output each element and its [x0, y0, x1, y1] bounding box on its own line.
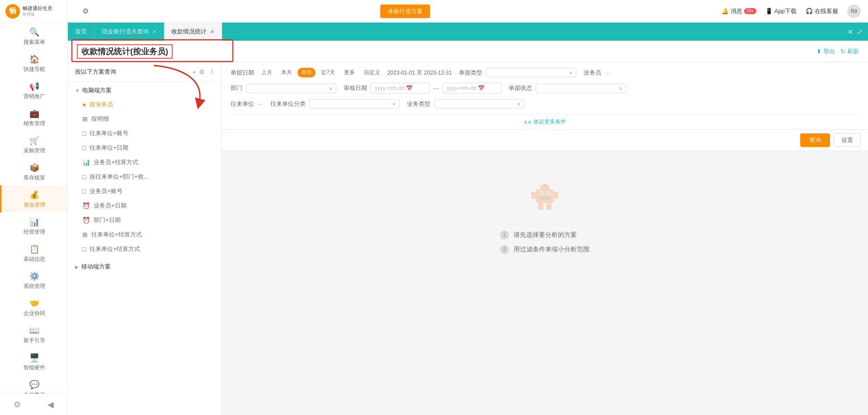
app-download-item[interactable]: 📱 App下载 [765, 7, 797, 15]
scheme-item-dept-date[interactable]: ⏰ 部门+日期 [68, 213, 221, 227]
topbar: ⚙ 体验行业方案 🔔 消息 99+ 📱 App下载 🎧 在线客服 Rit [68, 0, 868, 23]
scheme-item-by-detail[interactable]: ⊞ 按明细 [68, 112, 221, 126]
biz-type-select[interactable]: ∨ [434, 99, 524, 108]
sidebar-item-purchase[interactable]: 🛒 采购管理 [0, 131, 67, 158]
doc-status-select[interactable]: ∨ [536, 84, 626, 93]
panel-title: 按以下方案查询 [75, 68, 116, 76]
shortcut-last-month[interactable]: 上月 [258, 68, 276, 77]
tab-bank-flow[interactable]: 现金银行流水查询 ✕ [94, 23, 164, 41]
sidebar-item-basic[interactable]: 📋 基础信息 [0, 240, 67, 267]
svg-rect-10 [538, 203, 543, 210]
scheme-group-desktop: ▼ 电脑端方案 ● 按业务员 ⊞ 按明细 □ 往来单位+账号 □ 往来单位+ [68, 82, 221, 258]
trial-btn[interactable]: 体验行业方案 [380, 5, 430, 18]
partner-category-select[interactable]: ∨ [309, 99, 400, 108]
chevron-right-icon: ▶ [75, 264, 79, 269]
scheme-item-partner-settlement2[interactable]: □ 往来单位+结算方式 [68, 242, 221, 256]
doc-status-label: 单据状态 [509, 84, 532, 92]
tab-close-collection[interactable]: ✕ [210, 29, 214, 35]
sidebar-item-search[interactable]: 🔍 搜索菜单 [0, 23, 67, 50]
shortcut-custom[interactable]: 自定义 [360, 68, 384, 77]
scheme-group-mobile-header[interactable]: ▶ 移动端方案 [68, 260, 221, 274]
sidebar-item-guide[interactable]: 📖 新手引导 [0, 321, 67, 348]
staff-more-btn[interactable]: ··· [605, 69, 610, 76]
shortcut-this-month[interactable]: 本月 [278, 68, 296, 77]
scheme-item-partner-settlement1[interactable]: ⊞ 往来单位+结算方式 [68, 227, 221, 242]
date-from: 2023-01-01 [387, 70, 415, 76]
scheme-item-staff-account[interactable]: □ 业务员+账号 [68, 184, 221, 198]
filter-item-date: 单据日期 上月 本月 本年 近7天 更多 自定义 2023-01-01 至 [231, 68, 452, 77]
active-scheme-icon: ● [82, 101, 86, 108]
empty-state-item-1: 1 请先选择要分析的方案 [500, 231, 577, 240]
shortcut-7days[interactable]: 近7天 [317, 68, 339, 77]
collapse-filter-bar[interactable]: ∧∧ 收起更多条件 [231, 114, 859, 129]
clock-icon: ⏰ [82, 202, 90, 209]
sidebar-item-operations[interactable]: 📊 经营管理 [0, 212, 67, 240]
partner-more-btn[interactable]: ··· [258, 100, 263, 108]
sidebar-item-sales[interactable]: 💼 销售管理 [0, 104, 67, 131]
tab-home[interactable]: 首页 [68, 23, 94, 41]
purchase-icon: 🛒 [29, 136, 39, 146]
panel-collapse-btn[interactable]: 《 [208, 68, 214, 76]
sidebar-settings-btn[interactable]: ⚙ [14, 400, 21, 410]
scheme-item-staff-settlement[interactable]: 📊 业务员+结算方式 [68, 155, 221, 170]
notifications-item[interactable]: 🔔 消息 99+ [722, 7, 756, 15]
review-date-to[interactable]: yyyy-mm-dd 📅 [443, 83, 501, 94]
dept-select[interactable]: ∨ [246, 84, 336, 93]
maximize-window-btn[interactable]: ⤢ [857, 28, 863, 36]
system-icon: ⚙️ [29, 271, 39, 281]
sidebar-collapse-btn[interactable]: ◀ [47, 400, 54, 410]
sidebar-item-hardware[interactable]: 🖥️ 智能硬件 [0, 348, 67, 375]
sidebar-item-finance[interactable]: 💰 资金管理 [0, 185, 67, 212]
marketing-icon: 📢 [29, 81, 39, 91]
scheme-item-partner-date[interactable]: □ 往来单位+日期 [68, 141, 221, 155]
right-panel: 单据日期 上月 本月 本年 近7天 更多 自定义 2023-01-01 至 [222, 62, 868, 415]
sidebar-item-enterprise[interactable]: 🤝 企业协同 [0, 294, 67, 321]
filter-item-staff: 业务员 ··· [584, 69, 610, 77]
scheme-group-mobile: ▶ 移动端方案 [68, 258, 221, 275]
scheme-item-staff-date[interactable]: ⏰ 业务员+日期 [68, 198, 221, 213]
sidebar-item-system[interactable]: ⚙️ 系统管理 [0, 267, 67, 294]
filter-item-dept: 部门 ∨ [231, 84, 336, 93]
add-scheme-btn[interactable]: + [193, 68, 196, 75]
date-label: 单据日期 [231, 69, 254, 77]
topbar-actions: 体验行业方案 [380, 5, 430, 18]
review-date-from[interactable]: yyyy-mm-dd 📅 [371, 83, 429, 94]
sales-icon: 💼 [29, 108, 39, 118]
tab-close-bank-flow[interactable]: ✕ [152, 29, 156, 35]
chevron-down-icon: ▼ [75, 88, 80, 93]
table4-icon: □ [82, 188, 86, 195]
sidebar-item-marketing[interactable]: 📢 营销推广 [0, 77, 67, 104]
shortcut-more[interactable]: 更多 [340, 68, 359, 77]
window-controls: ✕ ⤢ [847, 28, 868, 36]
scheme-item-by-staff[interactable]: ● 按业务员 [68, 97, 221, 112]
shortcut-this-year[interactable]: 本年 [297, 68, 316, 77]
sidebar-item-inventory[interactable]: 📦 库存核算 [0, 158, 67, 185]
empty-state: 1 请先选择要分析的方案 2 用过滤条件来缩小分析范围 [500, 231, 590, 254]
filter-item-partner-category: 往来单位分类 ∨ [270, 99, 400, 108]
topbar-settings-icon[interactable]: ⚙ [82, 7, 89, 15]
table3-icon: □ [82, 173, 86, 180]
scheme-group-desktop-header[interactable]: ▼ 电脑端方案 [68, 84, 221, 97]
refresh-btn[interactable]: ↻ 刷新 [840, 47, 859, 56]
scheme-settings-btn[interactable]: ⚙ [199, 68, 205, 75]
export-icon: ⬆ [816, 48, 821, 55]
export-btn[interactable]: ⬆ 导出 [816, 47, 835, 56]
partner-label: 往来单位 [231, 100, 254, 108]
tab-collection[interactable]: 收款情况统计 ✕ [164, 23, 222, 41]
online-service-item[interactable]: 🎧 在线客服 [806, 7, 838, 15]
finance-icon: 💰 [29, 190, 39, 200]
doctype-select[interactable]: ∨ [486, 68, 576, 77]
scheme-item-partner-account[interactable]: □ 往来单位+账号 [68, 126, 221, 141]
main-area: ⚙ 体验行业方案 🔔 消息 99+ 📱 App下载 🎧 在线客服 Rit 首页 [68, 0, 868, 415]
scheme-item-partner-dept-collect[interactable]: □ 按往来单位+部门+收... [68, 170, 221, 184]
sidebar-item-quicknav[interactable]: 🏠 快捷导航 [0, 50, 67, 77]
svg-rect-8 [531, 192, 536, 199]
query-btn[interactable]: 查询 [800, 133, 830, 147]
user-avatar[interactable]: Rit [847, 5, 861, 18]
sidebar-item-wechat[interactable]: 💬 企业微信 [0, 375, 67, 394]
phone-icon: 📱 [765, 8, 773, 14]
settings-btn[interactable]: 设置 [834, 133, 861, 147]
content-area: 按以下方案查询 + ⚙ 《 ▼ 电脑端方案 ● 按业务员 ⊞ [68, 62, 868, 415]
close-window-btn[interactable]: ✕ [847, 28, 853, 36]
collapse-icon: ∧∧ [524, 119, 532, 125]
